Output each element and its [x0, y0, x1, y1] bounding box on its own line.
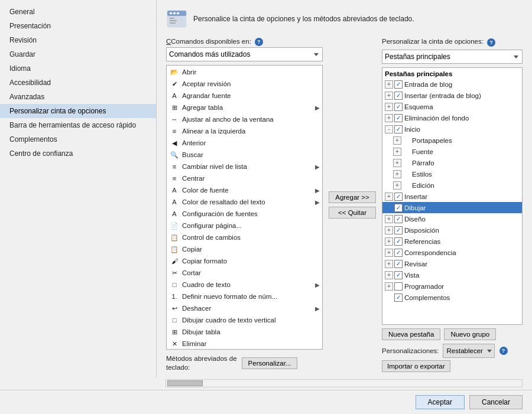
personalize-keyboard-button[interactable]: Personalizar... — [242, 357, 298, 369]
command-list-item[interactable]: ⊞Agregar tabla▶ — [167, 102, 322, 113]
ribbon-tree-item[interactable]: +Referencias — [382, 236, 522, 247]
accept-button[interactable]: Aceptar — [416, 395, 465, 409]
command-list-item[interactable]: 🖌Copiar formato — [167, 255, 322, 267]
tree-checkbox[interactable] — [394, 271, 403, 279]
sidebar-item[interactable]: Idioma — [0, 61, 156, 76]
import-export-button[interactable]: Importar o exportar — [382, 360, 450, 372]
tree-checkbox[interactable] — [394, 92, 403, 100]
ribbon-tree[interactable]: Pestañas principales+Entrada de blog+Ins… — [382, 68, 522, 324]
command-list-item[interactable]: ✕Eliminar — [167, 338, 322, 349]
command-list-item[interactable]: 📋Control de cambios — [167, 232, 322, 243]
add-button[interactable]: Agregar >> — [329, 191, 376, 203]
command-list-item[interactable]: □Dibujar cuadro de texto vertical — [167, 314, 322, 326]
commands-info-icon[interactable]: ? — [255, 38, 263, 46]
command-list-item[interactable]: 📄Configurar página... — [167, 220, 322, 232]
tree-checkbox[interactable] — [394, 193, 403, 201]
ribbon-tree-item[interactable]: +Disposición — [382, 224, 522, 236]
new-group-button[interactable]: Nuevo grupo — [444, 328, 496, 340]
command-list-item[interactable]: □Cuadro de texto▶ — [167, 279, 322, 291]
tree-expand-icon[interactable]: + — [385, 193, 393, 201]
tree-expand-icon[interactable]: + — [385, 260, 393, 268]
tree-expand-icon[interactable]: + — [385, 114, 393, 122]
sidebar-item[interactable]: Avanzadas — [0, 90, 156, 104]
ribbon-tree-item[interactable]: +Vista — [382, 269, 522, 281]
command-list-item[interactable]: ✂Cortar — [167, 267, 322, 279]
sidebar-item[interactable]: Revisión — [0, 33, 156, 47]
tree-expand-icon[interactable]: + — [393, 170, 401, 178]
command-list-item[interactable]: ↩Deshacer▶ — [167, 302, 322, 314]
tree-expand-icon[interactable]: + — [385, 282, 393, 291]
tree-checkbox[interactable] — [394, 260, 403, 268]
remove-button[interactable]: << Quitar — [329, 207, 376, 219]
tree-expand-icon[interactable]: + — [385, 92, 393, 100]
tree-expand-icon[interactable]: + — [393, 148, 401, 156]
command-list-item[interactable]: AAgrandar fuente — [167, 90, 322, 102]
tree-checkbox[interactable] — [394, 80, 403, 89]
command-list-item[interactable]: 📂Abrir — [167, 66, 322, 78]
ribbon-tree-item[interactable]: +Entrada de blog — [382, 79, 522, 90]
tree-expand-icon[interactable]: + — [393, 136, 401, 145]
ribbon-tree-item[interactable]: +Diseño — [382, 213, 522, 224]
tree-expand-icon[interactable]: + — [385, 249, 393, 257]
tree-checkbox[interactable] — [394, 103, 403, 111]
commands-dropdown[interactable]: Comandos más utilizadosTodos los comando… — [166, 47, 323, 61]
tree-expand-icon[interactable]: + — [385, 237, 393, 246]
ribbon-tree-item[interactable]: Dibujar — [382, 202, 522, 213]
sidebar-item[interactable]: Personalizar cinta de opciones — [0, 104, 156, 118]
new-tab-button[interactable]: Nueva pestaña — [382, 328, 440, 340]
tree-checkbox[interactable] — [394, 125, 403, 133]
command-list-item[interactable]: ✔Aceptar revisión — [167, 78, 322, 90]
ribbon-tree-item[interactable]: +Revisar — [382, 258, 522, 269]
ribbon-tree-item[interactable]: +Insertar — [382, 191, 522, 202]
ribbon-info-icon[interactable]: ? — [487, 38, 495, 47]
ribbon-tree-item[interactable]: +Edición — [382, 180, 522, 191]
tree-expand-icon[interactable]: + — [393, 159, 401, 167]
sidebar-item[interactable]: Barra de herramientas de acceso rápido — [0, 118, 156, 132]
tree-expand-icon[interactable]: + — [385, 103, 393, 111]
tree-expand-icon[interactable]: + — [385, 215, 393, 223]
sidebar-item[interactable]: Accesibilidad — [0, 76, 156, 90]
sidebar-item[interactable]: Complementos — [0, 132, 156, 146]
tree-checkbox[interactable] — [394, 204, 403, 212]
ribbon-tree-item[interactable]: +Programador — [382, 281, 522, 292]
personalization-info-icon[interactable]: ? — [499, 347, 508, 355]
command-list-item[interactable]: 📋Copiar — [167, 243, 322, 255]
tree-expand-icon[interactable]: + — [385, 271, 393, 279]
commands-list[interactable]: 📂Abrir✔Aceptar revisiónAAgrandar fuente⊞… — [167, 66, 322, 349]
ribbon-tree-item[interactable]: +Insertar (entrada de blog) — [382, 90, 522, 101]
tree-checkbox[interactable] — [394, 294, 403, 302]
command-list-item[interactable]: ⊞Dibujar tabla — [167, 326, 322, 338]
tree-checkbox[interactable] — [394, 114, 403, 122]
tree-expand-icon[interactable]: + — [385, 80, 393, 89]
command-list-item[interactable]: AColor de fuente▶ — [167, 184, 322, 196]
ribbon-tree-item[interactable]: +Portapapeles — [382, 135, 522, 146]
tree-expand-icon[interactable]: + — [385, 226, 393, 234]
command-list-item[interactable]: AColor de resaltado del texto▶ — [167, 196, 322, 208]
bottom-scrollbar[interactable] — [166, 379, 523, 387]
command-list-item[interactable]: ≡Cambiar nivel de lista▶ — [167, 161, 322, 172]
sidebar-item[interactable]: Guardar — [0, 47, 156, 61]
ribbon-tree-item[interactable]: +Eliminación del fondo — [382, 112, 522, 123]
command-list-item[interactable]: ≡Centrar — [167, 172, 322, 184]
ribbon-tree-item[interactable]: Complementos — [382, 292, 522, 303]
ribbon-tree-item[interactable]: +Estilos — [382, 168, 522, 180]
command-list-item[interactable]: AConfiguración de fuentes — [167, 208, 322, 220]
reset-dropdown[interactable]: Restablecer — [443, 344, 495, 358]
ribbon-tree-item[interactable]: +Párrafo — [382, 157, 522, 168]
sidebar-item[interactable]: Centro de confianza — [0, 146, 156, 161]
tree-checkbox[interactable] — [394, 215, 403, 223]
command-list-item[interactable]: 1.Definir nuevo formato de núm... — [167, 291, 322, 302]
tree-expand-icon[interactable]: - — [385, 125, 393, 133]
command-list-item[interactable]: ≡Alinear a la izquierda — [167, 125, 322, 137]
tree-checkbox[interactable] — [394, 237, 403, 246]
tree-checkbox[interactable] — [394, 226, 403, 234]
tree-expand-icon[interactable]: + — [393, 181, 401, 190]
sidebar-item[interactable]: Presentación — [0, 19, 156, 33]
ribbon-tree-item[interactable]: +Correspondencia — [382, 247, 522, 258]
tree-checkbox[interactable] — [394, 249, 403, 257]
cancel-button[interactable]: Cancelar — [469, 395, 523, 409]
command-list-item[interactable]: ↔Ajustar al ancho de la ventana — [167, 113, 322, 125]
command-list-item[interactable]: ◀Anterior — [167, 137, 322, 149]
command-list-item[interactable]: 🔍Buscar — [167, 149, 322, 161]
ribbon-tree-item[interactable]: +Esquema — [382, 101, 522, 112]
